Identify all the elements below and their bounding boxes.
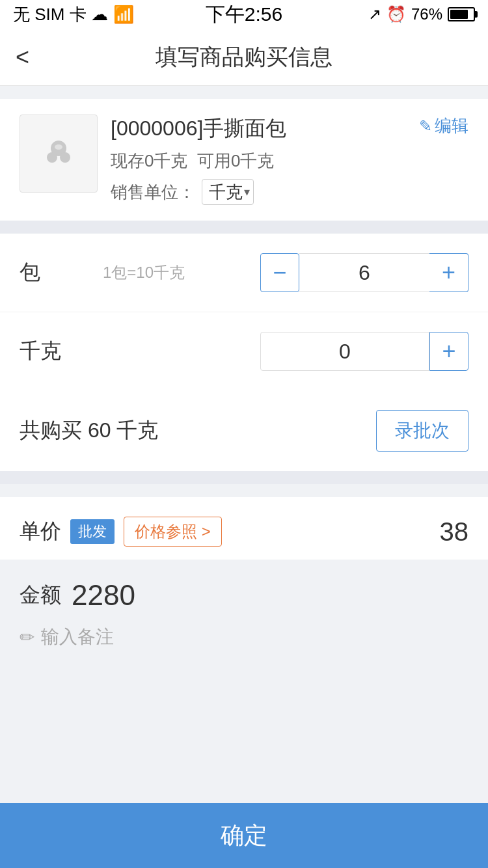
product-info: [0000006]手撕面包 现存0千克 可用0千克 销售单位： 千克: [111, 115, 468, 205]
wifi-icon: 📶: [113, 5, 134, 25]
status-left: 无 SIM 卡 ☁ 📶: [13, 3, 134, 26]
qty-plus-bao[interactable]: +: [429, 253, 468, 292]
svg-point-1: [47, 152, 57, 163]
section-divider-2: [0, 471, 488, 484]
qty-row-kg: 千克 +: [0, 312, 488, 390]
product-name: [0000006]手撕面包: [111, 115, 468, 143]
edit-button[interactable]: ✎ 编辑: [419, 115, 468, 137]
amount-value: 2280: [72, 579, 135, 612]
qty-plus-kg[interactable]: +: [429, 332, 468, 371]
product-unit-row: 销售单位： 千克: [111, 179, 468, 205]
price-row: 单价 批发 价格参照 > 38: [20, 517, 468, 547]
price-section: 单价 批发 价格参照 > 38: [0, 497, 488, 560]
qty-hint-bao: 1包=10千克: [103, 262, 185, 283]
unit-label: 销售单位：: [111, 181, 195, 204]
nav-bar: < 填写商品购买信息: [0, 29, 488, 86]
total-row: 共购买 60 千克 录批次: [0, 390, 488, 471]
sim-label: 无 SIM 卡 ☁: [13, 3, 108, 26]
price-ref-button[interactable]: 价格参照 >: [124, 517, 222, 547]
product-stock: 现存0千克 可用0千克: [111, 150, 468, 172]
unit-select-wrapper[interactable]: 千克: [202, 179, 254, 205]
confirm-button[interactable]: 确定: [0, 803, 488, 868]
page-title: 填写商品购买信息: [156, 42, 332, 72]
price-label-group: 单价 批发 价格参照 >: [20, 517, 222, 547]
remark-placeholder: 输入备注: [41, 625, 114, 649]
total-text: 共购买 60 千克: [20, 416, 158, 445]
price-tag: 批发: [70, 519, 115, 544]
price-label: 单价: [20, 517, 61, 546]
amount-label: 金额: [20, 581, 61, 610]
qty-input-kg[interactable]: [260, 332, 429, 371]
qty-label-kg: 千克: [20, 337, 98, 366]
edit-icon: ✎: [419, 117, 432, 135]
battery-icon: [448, 7, 475, 21]
unit-select[interactable]: 千克: [202, 179, 254, 205]
section-divider-1: [0, 221, 488, 234]
qty-controls-kg: +: [260, 332, 468, 371]
amount-row: 金额 2280: [20, 579, 468, 612]
status-time: 下午2:56: [206, 1, 282, 28]
product-logo-icon: [39, 134, 78, 173]
qty-row-bao: 包 1包=10千克 − +: [0, 234, 488, 312]
product-image: [20, 115, 98, 193]
remark-row[interactable]: ✏ 输入备注: [20, 625, 468, 649]
svg-point-3: [55, 144, 62, 150]
amount-section: 金额 2280 ✏ 输入备注: [0, 560, 488, 662]
status-bar: 无 SIM 卡 ☁ 📶 下午2:56 ↗ ⏰ 76%: [0, 0, 488, 29]
svg-point-2: [60, 152, 70, 163]
product-card: [0000006]手撕面包 现存0千克 可用0千克 销售单位： 千克 ✎ 编辑: [0, 99, 488, 221]
alarm-icon: ⏰: [386, 5, 406, 23]
qty-controls-bao: − +: [260, 253, 468, 292]
status-right: ↗ ⏰ 76%: [368, 5, 475, 23]
pencil-icon: ✏: [20, 627, 34, 648]
price-value: 38: [440, 517, 469, 547]
qty-label-bao: 包: [20, 258, 98, 287]
qty-input-bao[interactable]: [299, 253, 429, 292]
batch-button[interactable]: 录批次: [376, 410, 468, 452]
qty-minus-bao[interactable]: −: [260, 253, 299, 292]
qty-section: 包 1包=10千克 − + 千克 +: [0, 234, 488, 390]
back-button[interactable]: <: [16, 44, 29, 71]
location-icon: ↗: [368, 5, 381, 23]
battery-percent: 76%: [411, 5, 442, 23]
